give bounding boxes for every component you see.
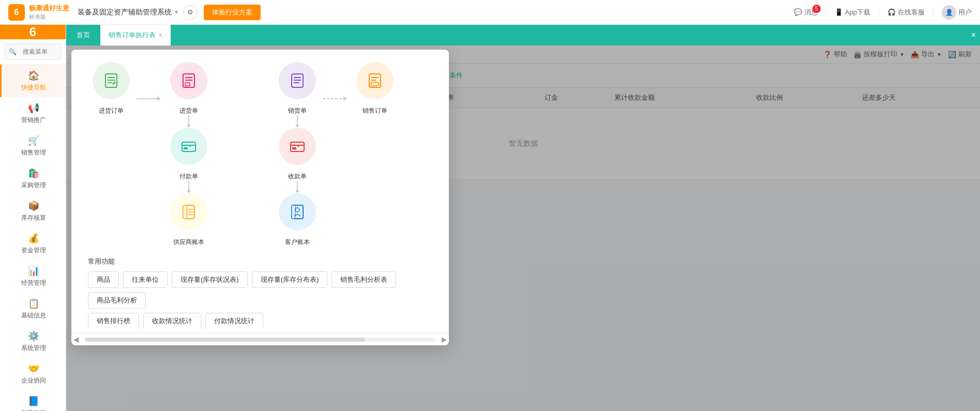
logo-text: 畅康通好生意 标准版 [29,4,69,20]
sidebar-item-collab[interactable]: 🤝 企业协同 [0,358,66,390]
v-arrow-receipt [274,115,321,128]
flow-node-sales-order[interactable]: 销售订单 [352,62,398,115]
func-btn-receipt-stats[interactable]: 收款情况统计 [143,313,201,329]
scroll-thumb[interactable] [85,338,365,342]
user-area[interactable]: 👤 用户 [942,5,972,20]
online-service-btn[interactable]: 🎧 在线客服 [887,8,925,17]
tab-home[interactable]: 首页 [66,25,100,45]
sidebar-search: 🔍 [0,39,66,65]
sidebar-label-operations: 经营管理 [21,279,46,287]
func-btn-stock-status[interactable]: 现存量(库存状况表) [172,271,248,288]
phone-icon: 📱 [835,8,843,16]
user-name: 用户 [958,8,972,17]
sidebar-item-system[interactable]: ⚙️ 系统管理 [0,325,66,358]
tab-bar: 首页 销售订单执行表 × × [66,25,980,45]
common-functions: 常用功能 商品 往来单位 现存量(库存状况表) 现存量(库存分布表) 销售毛利分… [88,257,432,329]
flow-icon-sales-bill [279,62,316,99]
flow-spacer1 [212,103,274,115]
svg-text:¥: ¥ [188,144,191,148]
sidebar-label-collab: 企业协同 [21,376,46,385]
flow-label-supplier-ledger: 供应商账本 [173,238,204,247]
func-btn-sales-margin[interactable]: 销售毛利分析表 [331,271,396,288]
func-btn-stock-dist[interactable]: 现存量(库存分布表) [252,271,328,288]
svg-rect-36 [183,205,187,219]
flow-icon-supplier-ledger [170,193,207,231]
system-dropdown-arrow[interactable]: ▼ [174,9,179,15]
content-body: ❓ 帮助 🖨️ 按模板打印 ▼ 📤 导出 ▼ 🔄 [66,45,980,411]
sidebar-item-finance[interactable]: 💰 资金管理 [0,227,66,260]
experience-btn[interactable]: 体验行业方案 [204,5,261,20]
flow-label-purchase-bill: 进货单 [179,106,198,115]
v-arrow-payment [165,115,212,128]
func-btn-payment-stats[interactable]: 付款情况统计 [205,313,263,329]
sidebar-label-finance: 资金管理 [21,246,46,255]
modal-scroll: ◀ ▶ [71,333,449,345]
sidebar-item-purchase[interactable]: 🛍️ 采购管理 [0,162,66,195]
flow-node-receipt[interactable]: ¥ 收款单 [274,128,321,181]
settings-button[interactable]: ⚙ [183,5,198,20]
online-service-label: 在线客服 [898,8,925,17]
flow-arrow-dashed [321,95,352,115]
flow-node-supplier-ledger[interactable]: 供应商账本 [165,193,212,247]
tab-close-window[interactable]: × [971,31,980,40]
spacer-v3 [212,115,274,128]
svg-rect-41 [292,205,295,219]
func-buttons-row1: 商品 往来单位 现存量(库存状况表) 现存量(库存分布表) 销售毛利分析表 商品… [88,271,432,309]
sidebar-label-purchase: 采购管理 [21,181,46,190]
logo-icon: 6 [8,4,25,21]
sidebar-item-sales[interactable]: 🛒 销售管理 [0,130,66,162]
sidebar-item-marketing[interactable]: 📢 营销推广 [0,97,66,130]
svg-rect-18 [371,82,379,86]
message-btn[interactable]: 💬 消息 5 [794,8,818,17]
money-icon: 💰 [28,233,39,244]
modal-overlay: 进货订单 [66,45,980,411]
search-input[interactable] [19,46,60,57]
tab-close-btn[interactable]: × [159,32,162,39]
flow-node-purchase-bill[interactable]: 进货单 [165,62,212,115]
sidebar-item-basic-info[interactable]: 📋 基础信息 [0,293,66,325]
flow-label-sales-order: 销售订单 [363,106,387,115]
flow-label-sales-bill: 销货单 [288,106,307,115]
flow-node-customer-ledger[interactable]: 客户账本 [274,193,321,247]
sidebar-label-system: 系统管理 [21,344,46,353]
sidebar-item-operations[interactable]: 📊 经营管理 [0,260,66,293]
app-download-btn[interactable]: 📱 App下载 [835,8,870,17]
svg-rect-29 [292,147,296,149]
sidebar-item-inventory[interactable]: 📦 库存核算 [0,195,66,227]
home-icon: 🏠 [28,70,39,81]
scroll-left-btn[interactable]: ◀ [71,336,81,343]
flow-row3: 供应商账本 客户账本 [88,193,432,247]
spacer2-v1 [88,181,134,193]
flow-v-arrows2 [88,181,432,193]
tab-sales-order[interactable]: 销售订单执行表 × [100,25,171,45]
flow-label-receipt: 收款单 [288,172,307,181]
handshake-icon: 🤝 [28,363,39,374]
flow-arrow-h1 [134,95,165,115]
cart-icon: 🛒 [28,135,39,146]
box-icon: 📦 [28,200,39,211]
flow-node-sales-bill[interactable]: 销货单 [274,62,321,115]
sidebar-item-quick-nav[interactable]: 🏠 快捷导航 [0,65,66,97]
func-btn-sales-rank[interactable]: 销售排行榜 [88,313,139,329]
sidebar-label-inventory: 库存核算 [21,214,46,222]
func-btn-goods[interactable]: 商品 [88,271,119,288]
flow-icon-payment: ¥ [170,128,207,165]
app-download-label: App下载 [845,8,870,17]
content: 首页 销售订单执行表 × × ❓ 帮助 🖨️ 按模板打印 [66,25,980,411]
spacer2-v5 [352,181,398,193]
flow-node-purchase-order[interactable]: 进货订单 [88,62,134,115]
top-bar: 6 畅康通好生意 标准版 装备及固定资产辅助管理系统 ▼ ⚙ 体验行业方案 💬 … [0,0,980,25]
func-btn-goods-margin[interactable]: 商品毛利分析 [88,292,146,309]
sidebar-label-basic-info: 基础信息 [21,311,46,320]
func-btn-contacts[interactable]: 往来单位 [123,271,168,288]
flow-label-payment: 付款单 [179,172,198,181]
logo-char: 6 [14,8,19,17]
logo-line1: 畅康通好生意 [29,4,69,13]
megaphone-icon: 📢 [28,102,39,114]
flow-node-payment[interactable]: ¥ 付款单 [165,128,212,181]
sidebar-item-guide[interactable]: 📘 新手引导 [0,390,66,411]
bag-icon: 🛍️ [28,168,39,179]
spacer-v2 [134,115,165,128]
scroll-right-btn[interactable]: ▶ [440,336,449,343]
sidebar-label-guide: 新手引导 [21,409,46,411]
